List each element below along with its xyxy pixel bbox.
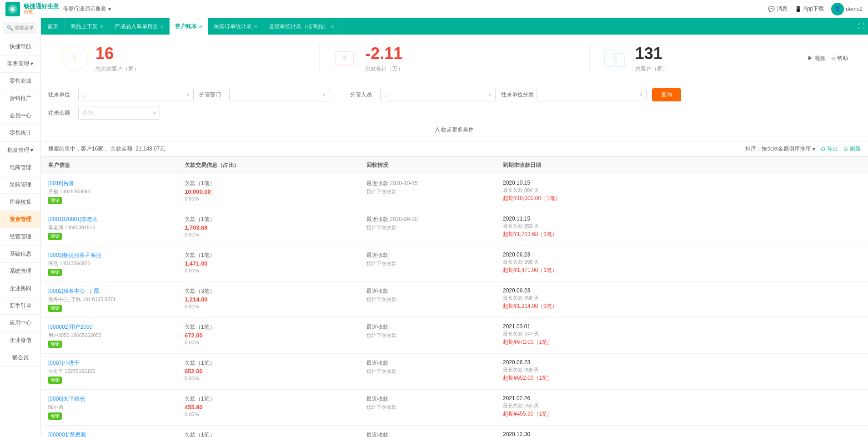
debt-count: 欠款（1笔） bbox=[185, 359, 366, 367]
tab-product-shelf[interactable]: 商品上下架 ✕ bbox=[65, 18, 109, 35]
dept-select[interactable]: ▾ bbox=[229, 88, 329, 101]
customer-link[interactable]: [0007]小进干 bbox=[48, 360, 80, 366]
overdue-days: 最长欠款 747 天 bbox=[503, 331, 861, 337]
customer-link[interactable]: [0002]服务中心_丁磊 bbox=[48, 288, 99, 294]
overdue-cell: 2020.06.23 最长欠款 998 天 超期¥1,471.00（1笔） bbox=[503, 251, 861, 274]
debt-percent: 0.00% bbox=[185, 412, 366, 417]
tab-bar-right: — ⛶ bbox=[844, 23, 868, 30]
unit-category-select[interactable]: ▾ bbox=[537, 88, 647, 101]
result-summary: 搜索结果中，客户16家， 欠款金额 -21,148.07元 bbox=[48, 145, 165, 153]
sidebar-item-inventory[interactable]: 库存核算 bbox=[0, 194, 40, 211]
customer-link[interactable]: [0006]去下粮仓 bbox=[48, 396, 85, 402]
balance-select[interactable]: 选择... ▾ bbox=[78, 106, 160, 120]
sidebar-item-guide[interactable]: 新手引导 bbox=[0, 297, 40, 315]
customer-link[interactable]: [0001020001]李老师 bbox=[48, 216, 98, 222]
sidebar-item-basic-info[interactable]: 基础信息 bbox=[0, 246, 40, 263]
overdue-amount[interactable]: 超期¥1,471.00（1笔） bbox=[503, 266, 861, 274]
debt-cell: 欠款（1笔） 429.00 0.00% bbox=[185, 431, 366, 437]
debt-amount: 1,703.68 bbox=[185, 224, 366, 231]
sidebar-item-label: 零售统计 bbox=[10, 130, 31, 136]
search-menu-label: 搜索菜单 bbox=[14, 25, 34, 31]
message-btn[interactable]: 💬 消息 bbox=[768, 5, 788, 13]
sidebar-item-app-center[interactable]: 应用中心 bbox=[0, 315, 40, 332]
overdue-amount[interactable]: 超期¥1,214.00（3笔） bbox=[503, 302, 861, 310]
close-icon[interactable]: ✕ bbox=[331, 24, 334, 29]
customer-cell: [0002]服务中心_丁磊 服务中心_丁磊 181 0125 8371 现销 bbox=[48, 287, 185, 312]
overdue-amount[interactable]: 超期¥10,000.00（1笔） bbox=[503, 195, 861, 202]
app-sub: 示范 bbox=[24, 10, 59, 15]
sidebar-item-retail-shop[interactable]: 零售商城 bbox=[0, 73, 40, 90]
tab-label: 产成品入库单历史 bbox=[115, 23, 158, 30]
app-download-btn[interactable]: 📱 App下载 bbox=[795, 5, 824, 13]
overdue-cell: 2021.03.01 最长欠款 747 天 超期¥672.00（1笔） bbox=[503, 323, 861, 346]
customer-link[interactable]: [0016]吕俊 bbox=[48, 180, 74, 186]
sidebar-item-member[interactable]: 会员中心 bbox=[0, 107, 40, 125]
app-download-label: App下载 bbox=[803, 5, 824, 13]
table-row: [0001020001]李老师 李老师 18600391516 现销 欠款（1笔… bbox=[41, 210, 868, 246]
help-icon: ⊙ bbox=[831, 55, 836, 61]
sidebar-item-retail-stats[interactable]: 零售统计 bbox=[0, 125, 40, 142]
sidebar-item-finance[interactable]: 资金管理 bbox=[0, 211, 40, 228]
export-btn[interactable]: ⊙ 导出 bbox=[821, 145, 838, 153]
customer-link[interactable]: [000002]用户2050 bbox=[48, 324, 92, 330]
sidebar-item-purchase[interactable]: 采购管理 bbox=[0, 176, 40, 194]
sidebar-item-member-vip[interactable]: 畅会员 bbox=[0, 349, 40, 367]
user-menu[interactable]: 👤 demo2 bbox=[831, 3, 863, 15]
avatar: 👤 bbox=[831, 3, 844, 15]
refresh-btn[interactable]: ⊙ 刷新 bbox=[843, 145, 861, 153]
sidebar-item-quick-nav[interactable]: 快捷导航 bbox=[0, 38, 40, 55]
summary-cards: ¥ 16 总欠款客户（家） ✦ bbox=[41, 35, 868, 82]
collapse-filter-btn[interactable]: ⋀ 收起更多条件 bbox=[48, 124, 861, 136]
debt-count: 欠款（1笔） bbox=[185, 395, 366, 403]
sidebar-item-ecommerce[interactable]: 电商管理 bbox=[0, 159, 40, 176]
help-btn[interactable]: ⊙ 帮助 bbox=[831, 55, 848, 62]
header-customer-info: 客户信息 bbox=[48, 161, 185, 169]
close-icon[interactable]: ✕ bbox=[100, 24, 103, 29]
overdue-days: 最长欠款 998 天 bbox=[503, 367, 861, 373]
last-collection: 最近收款 bbox=[366, 395, 503, 403]
logo-icon: 畅 bbox=[5, 2, 20, 16]
sidebar-item-batch-mgmt[interactable]: 批发管理 ▾ bbox=[0, 142, 40, 159]
company-select[interactable]: 母婴行业演示账套 ▾ bbox=[63, 5, 111, 13]
sidebar-item-enterprise[interactable]: 企业协同 bbox=[0, 280, 40, 297]
customer-link[interactable]: [000001]黄思源 bbox=[48, 432, 86, 437]
sidebar-item-wechat[interactable]: 企业微信 bbox=[0, 332, 40, 349]
maximize-btn[interactable]: ⛶ bbox=[858, 23, 864, 30]
debt-count: 欠款（1笔） bbox=[185, 431, 366, 437]
last-collection: 最近收款 2020-06-30 bbox=[366, 216, 503, 223]
expand-icon: ▸ bbox=[187, 91, 190, 98]
top-bar: 畅 畅捷通好生意 示范 母婴行业演示账套 ▾ 💬 消息 📱 App下载 👤 de… bbox=[0, 0, 868, 18]
tab-import-stats[interactable]: 进货单统计表（按商品） ✕ bbox=[263, 18, 340, 35]
overdue-amount[interactable]: 超期¥652.00（1笔） bbox=[503, 374, 861, 382]
overdue-amount[interactable]: 超期¥455.90（1笔） bbox=[503, 410, 861, 418]
overdue-amount[interactable]: 超期¥672.00（1笔） bbox=[503, 338, 861, 346]
search-button[interactable]: 查询 bbox=[652, 88, 681, 101]
manager-input[interactable]: ... ▸ bbox=[380, 88, 496, 101]
table-row: [0002]服务中心_丁磊 服务中心_丁磊 181 0125 8371 现销 欠… bbox=[41, 282, 868, 318]
help-label: 帮助 bbox=[837, 55, 848, 61]
overdue-amount[interactable]: 超期¥1,703.68（1笔） bbox=[503, 231, 861, 238]
close-icon[interactable]: ✕ bbox=[199, 24, 202, 29]
tab-product-history[interactable]: 产成品入库单历史 ✕ bbox=[109, 18, 170, 35]
customer-tag: 现销 bbox=[48, 269, 62, 276]
filter-area: 往来单位 ... ▸ 分管部门 ▾ 分管人员 bbox=[41, 82, 868, 141]
dept-label: 分管部门 bbox=[199, 91, 226, 99]
sort-select[interactable]: 排序：按欠款金额倒序排序 ▾ bbox=[745, 145, 815, 153]
view-btn[interactable]: ▶ 视频 bbox=[808, 55, 825, 62]
sidebar-item-marketing[interactable]: 营销推广 bbox=[0, 90, 40, 107]
tab-purchase-order[interactable]: 采购订单统计表 ✕ bbox=[208, 18, 263, 35]
tab-home[interactable]: 首页 bbox=[41, 18, 65, 35]
minimize-btn[interactable]: — bbox=[848, 23, 854, 30]
from-unit-label: 往来单位 bbox=[48, 91, 75, 99]
sidebar-item-retail-mgmt[interactable]: 零售管理 ▾ bbox=[0, 55, 40, 73]
close-icon[interactable]: ✕ bbox=[160, 24, 164, 29]
overdue-date: 2021.02.26 bbox=[503, 395, 861, 402]
search-menu-btn[interactable]: 🔍 搜索菜单 bbox=[4, 22, 37, 34]
tab-customer-account[interactable]: 客户账本 ✕ bbox=[170, 18, 208, 35]
from-unit-input[interactable]: ... ▸ bbox=[78, 88, 194, 101]
sidebar-item-system[interactable]: 系统管理 bbox=[0, 263, 40, 280]
customer-link[interactable]: [0003]畅捷服务尹海燕 bbox=[48, 252, 101, 258]
close-icon[interactable]: ✕ bbox=[254, 24, 257, 29]
sidebar-item-operations[interactable]: 经营管理 bbox=[0, 228, 40, 246]
next-collection: 预计下次收款 bbox=[366, 404, 503, 411]
